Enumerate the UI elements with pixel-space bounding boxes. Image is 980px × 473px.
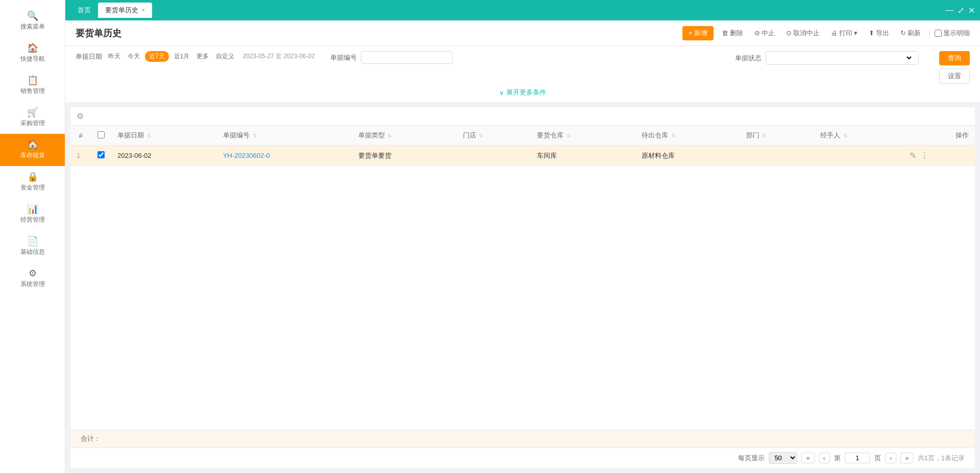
tab-expand-button[interactable]: ⤢: [958, 6, 964, 15]
sidebar-item-inventory[interactable]: 🏠 库存核算: [0, 134, 65, 166]
sidebar-item-search[interactable]: 🔍 搜索菜单: [0, 5, 65, 37]
row-docno: YH-20230602-0: [217, 146, 352, 166]
row-actions-cell: ✎ ⋮: [903, 146, 975, 166]
row-op-icons: ✎ ⋮: [910, 151, 969, 160]
sidebar-item-label: 资金管理: [20, 183, 45, 192]
stop-icon: ⊘: [754, 29, 760, 37]
sidebar-item-sales[interactable]: 📋 销售管理: [0, 69, 65, 102]
display-cell-button[interactable]: 显示明细: [935, 29, 970, 38]
sidebar-item-basics[interactable]: 📄 基础信息: [0, 230, 65, 263]
sort-pending-warehouse-icon: ⇅: [671, 133, 675, 138]
export-icon: ⬆: [869, 29, 874, 37]
date-today-btn[interactable]: 今天: [126, 51, 142, 62]
date-7days-btn[interactable]: 近7天: [145, 51, 169, 62]
th-handler[interactable]: 经手人 ⇅: [814, 126, 903, 146]
next-page-button[interactable]: ›: [885, 453, 896, 463]
row-checkbox-cell[interactable]: [91, 146, 111, 166]
filter-groups: 单据日期 昨天 今天 近7天 近1月 更多 自定义 2023-05-27 至 2…: [76, 51, 970, 84]
sort-store-icon: ⇅: [479, 133, 483, 138]
sort-doctype-icon: ⇅: [387, 133, 391, 138]
sort-req-warehouse-icon: ⇅: [567, 133, 571, 138]
page-size-select[interactable]: 50 20 100: [769, 452, 797, 464]
sidebar-item-quicknav[interactable]: 🏠 快捷导航: [0, 37, 65, 69]
docstatus-select-wrap[interactable]: [766, 51, 919, 65]
delete-button[interactable]: 🗑 删除: [719, 27, 746, 40]
th-checkbox: [91, 126, 111, 146]
page-header: 要货单历史 + 新增 🗑 删除 ⊘ 中止 ⊙ 取消中止 🖨 打印: [65, 20, 980, 46]
tab-close-icon[interactable]: ×: [141, 7, 145, 14]
th-store[interactable]: 门店 ⇅: [457, 126, 531, 146]
print-button[interactable]: 🖨 打印 ▾: [828, 27, 861, 40]
sidebar-item-system[interactable]: ⚙ 系统管理: [0, 263, 65, 295]
home-icon: 🏠: [27, 43, 38, 53]
table-header-row: # 单据日期 ⇅ 单据编号 ⇅: [70, 126, 975, 146]
date-1month-btn[interactable]: 近1月: [172, 51, 192, 62]
table-row[interactable]: 1 2023-06-02 YH-20230602-0 要货单要货: [70, 146, 975, 166]
row-pending-warehouse: 原材料仓库: [635, 146, 740, 166]
th-req-warehouse[interactable]: 要货仓库 ⇅: [531, 126, 635, 146]
sort-handler-icon: ⇅: [843, 133, 847, 138]
settings-filter-button[interactable]: 设置: [939, 68, 970, 84]
docstatus-select[interactable]: [771, 54, 913, 62]
th-dept[interactable]: 部门 ⇅: [740, 126, 814, 146]
clipboard-icon: 📋: [27, 76, 38, 85]
th-pending-warehouse[interactable]: 待出仓库 ⇅: [635, 126, 740, 146]
page-number-input[interactable]: [845, 453, 870, 463]
th-doctype[interactable]: 单据类型 ⇅: [352, 126, 457, 146]
search-button[interactable]: 查询: [939, 51, 970, 65]
stop-button[interactable]: ⊘ 中止: [751, 27, 778, 40]
sidebar-item-operations[interactable]: 📊 经营管理: [0, 198, 65, 230]
row-edit-icon[interactable]: ✎: [910, 151, 916, 160]
docno-filter-label: 单据编号: [330, 53, 357, 62]
docno-input[interactable]: [361, 51, 453, 64]
export-button[interactable]: ⬆ 导出: [866, 27, 892, 40]
refresh-button[interactable]: ↻ 刷新: [897, 27, 924, 40]
date-custom-btn[interactable]: 自定义: [214, 51, 236, 62]
sidebar: 🔍 搜索菜单 🏠 快捷导航 📋 销售管理 🛒 采购管理 🏠 库存核算 🔒 资金管…: [0, 0, 65, 473]
last-page-button[interactable]: »: [900, 453, 913, 463]
date-filter-group: 单据日期 昨天 今天 近7天 近1月 更多 自定义 2023-05-27 至 2…: [76, 51, 315, 62]
total-info: 共1页，1条记录: [918, 454, 965, 463]
page-title: 要货单历史: [76, 27, 121, 39]
header-divider: [929, 29, 929, 38]
row-doctype: 要货单要货: [352, 146, 457, 166]
expand-more-btn[interactable]: ∨ 展开更多条件: [76, 88, 970, 97]
sort-dept-icon: ⇅: [762, 133, 766, 138]
th-docno[interactable]: 单据编号 ⇅: [217, 126, 352, 146]
date-yesterday-btn[interactable]: 昨天: [106, 51, 122, 62]
new-button[interactable]: + 新增: [682, 26, 714, 40]
refresh-icon: ↻: [900, 29, 906, 37]
docstatus-filter-label: 单据状态: [735, 54, 762, 63]
sidebar-item-label: 基础信息: [20, 248, 45, 256]
tab-home[interactable]: 首页: [70, 3, 98, 18]
tab-history[interactable]: 要货单历史 ×: [98, 3, 152, 18]
select-all-checkbox[interactable]: [97, 131, 105, 138]
table-toolbar: ⚙: [70, 107, 975, 126]
date-filter-label: 单据日期: [76, 52, 102, 61]
row-docno-link[interactable]: YH-20230602-0: [223, 152, 270, 159]
tab-close-window-button[interactable]: ✕: [968, 6, 975, 15]
tab-minimize-button[interactable]: —: [945, 6, 953, 15]
display-cell-checkbox[interactable]: [935, 30, 942, 37]
table-settings-icon[interactable]: ⚙: [77, 111, 84, 121]
row-delete-icon[interactable]: ⋮: [920, 151, 928, 160]
sidebar-item-finance[interactable]: 🔒 资金管理: [0, 166, 65, 198]
sort-docno-icon: ⇅: [253, 133, 257, 138]
content-area: ⚙ # 单据日期 ⇅: [65, 102, 980, 473]
first-page-button[interactable]: «: [801, 453, 814, 463]
date-more-btn[interactable]: 更多: [194, 51, 211, 62]
page-size-label: 每页显示: [738, 454, 765, 463]
docno-filter-group: 单据编号: [330, 51, 453, 64]
sidebar-item-purchase[interactable]: 🛒 采购管理: [0, 102, 65, 134]
data-table: # 单据日期 ⇅ 单据编号 ⇅: [70, 126, 975, 166]
summary-label: 合计：: [81, 435, 101, 442]
row-store: [457, 146, 531, 166]
tab-bar: 首页 要货单历史 × — ⤢ ✕: [65, 0, 980, 20]
th-actions: 操作: [903, 126, 975, 146]
sidebar-item-label: 库存核算: [20, 151, 45, 160]
row-checkbox[interactable]: [97, 151, 105, 158]
date-filters: 昨天 今天 近7天 近1月 更多 自定义: [106, 51, 236, 62]
prev-page-button[interactable]: ‹: [819, 453, 830, 463]
th-date[interactable]: 单据日期 ⇅: [111, 126, 217, 146]
cancel-stop-button[interactable]: ⊙ 取消中止: [783, 27, 823, 40]
